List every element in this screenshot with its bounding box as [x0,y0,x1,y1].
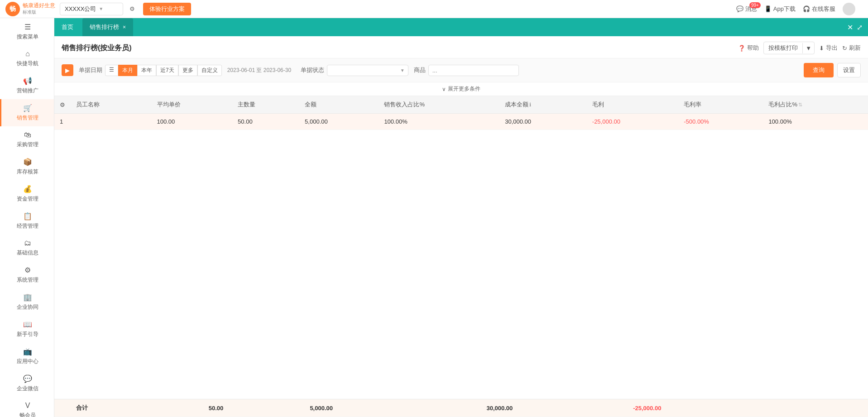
sidebar-item-inventory[interactable]: 📦 库存核算 [0,153,54,180]
cell-cost-amount: 30,000.00 [499,114,587,130]
expand-label: 展开更多条件 [448,85,480,93]
search-menu-icon: ☰ [24,23,31,31]
sidebar-item-marketing[interactable]: 📢 营销推广 [0,72,54,99]
date-tab-more[interactable]: 更多 [178,65,197,76]
guide-icon: 📖 [23,320,32,329]
profit-ratio-sort-icon[interactable]: ⇅ [798,102,802,107]
date-tab-current-month[interactable]: 本月 [118,65,137,76]
filter-expand-arrow[interactable]: ▶ [62,64,73,76]
date-tab-7days[interactable]: 近7天 [156,65,178,76]
export-label: 导出 [826,44,838,52]
sidebar-item-member[interactable]: V 畅会员 [0,397,54,417]
help-button[interactable]: ❓ 帮助 [738,44,759,52]
sidebar-item-system[interactable]: ⚙ 系统管理 [0,261,54,288]
sidebar-item-enterprise[interactable]: 🏢 企业协同 [0,288,54,316]
sidebar-item-guide[interactable]: 📖 新手引导 [0,316,54,343]
col-settings[interactable]: ⚙ [54,96,71,114]
sidebar-item-label: 销售管理 [17,114,38,122]
sidebar-item-sales[interactable]: 🛒 销售管理 [0,99,54,126]
trial-button[interactable]: 体验行业方案 [143,3,191,15]
tab-expand-icon[interactable]: ⤢ [857,23,863,32]
operations-icon: 📋 [23,212,32,220]
sales-icon: 🛒 [23,104,32,112]
date-tab-custom[interactable]: 自定义 [197,65,222,76]
print-button-group[interactable]: 按模板打印 ▼ [763,42,815,54]
sidebar-item-label: 畅会员 [19,412,36,417]
sidebar-item-label: 系统管理 [17,276,38,284]
goods-label: 商品 [414,66,426,74]
refresh-button[interactable]: ↻ 刷新 [842,44,861,52]
sidebar-item-app-center[interactable]: 📺 应用中心 [0,343,54,370]
table-footer: 合计 50.00 5,000.00 30,000.00 -25,000.00 [54,399,868,417]
online-service-button[interactable]: 🎧 在线客服 [803,5,835,13]
inventory-icon: 📦 [23,158,32,166]
cell-sales-ratio: 100.00% [379,114,499,130]
top-bar: 畅 畅康通好生意 标准版 XXXXX公司 ▼ ⚙ 体验行业方案 💬 消息 99+… [0,0,868,18]
member-icon: V [25,402,30,410]
print-arrow-icon[interactable]: ▼ [802,43,814,53]
header-actions: ❓ 帮助 按模板打印 ▼ ⬇ 导出 ↻ 刷新 [738,42,861,54]
date-tab-current-year[interactable]: 本年 [137,65,156,76]
settings-icon[interactable]: ⚙ [126,3,139,15]
cell-amount: 5,000.00 [299,114,379,130]
cost-info-icon[interactable]: ℹ [529,102,531,107]
cell-name [71,114,152,130]
message-badge: 99+ [749,2,761,8]
cell-avg-price: 100.00 [152,114,233,130]
question-icon: ❓ [738,45,745,52]
help-label: 帮助 [747,44,759,52]
export-button[interactable]: ⬇ 导出 [819,44,838,52]
goods-input[interactable] [428,65,519,76]
status-select[interactable] [327,65,408,76]
tab-close-button[interactable]: × [123,24,126,30]
footer-table: 合计 50.00 5,000.00 30,000.00 -25,000.00 [54,399,868,417]
tab-close-icon[interactable]: ✕ [847,23,853,32]
cell-profit-rate: -500.00% [678,114,763,130]
tab-sales-ranking[interactable]: 销售排行榜 × [82,18,133,36]
goods-filter: 商品 [414,65,519,76]
refresh-icon: ↻ [842,45,847,52]
sidebar-item-label: 企业协同 [17,303,38,311]
col-sales-ratio: 销售收入占比% [379,96,499,114]
expand-conditions-button[interactable]: ∨ 展开更多条件 [442,85,480,93]
filter-action-buttons: 查询 设置 [804,63,861,77]
chevron-down-icon: ▼ [99,6,103,11]
chevron-down-icon: ∨ [442,86,446,92]
sidebar-item-nav[interactable]: ⌂ 快捷导航 [0,45,54,72]
date-tab-prev-month[interactable]: ☰ [105,65,118,76]
sidebar-item-operations[interactable]: 📋 经营管理 [0,207,54,235]
print-label: 按模板打印 [764,42,802,54]
filter-area: ▶ 单据日期 ☰ 本月 本年 近7天 更多 自定义 [54,58,868,82]
date-range-text: 2023-06-01 至 2023-06-30 [227,67,295,74]
company-selector[interactable]: XXXXX公司 ▼ [60,3,123,15]
sidebar-item-label: 营销推广 [17,87,38,95]
col-main-qty: 主数量 [232,96,299,114]
col-profit-rate: 毛利率 [678,96,763,114]
filter-settings-button[interactable]: 设置 [837,63,861,77]
table-container: ⚙ 员工名称 平均单价 主数量 全额 销售收入占比% 成本全额ℹ 毛利 毛利率 … [54,96,868,399]
query-button[interactable]: 查询 [804,63,834,77]
col-cost-amount: 成本全额ℹ [499,96,587,114]
main-layout: ☰ 搜索菜单 ⌂ 快捷导航 📢 营销推广 🛒 销售管理 🛍 采购管理 📦 库存核… [0,18,868,417]
cell-rank: 1 [54,114,71,130]
footer-profit: -25,000.00 [628,399,782,417]
sidebar-item-finance[interactable]: 💰 资金管理 [0,180,54,207]
col-name: 员工名称 [71,96,152,114]
refresh-label: 刷新 [849,44,861,52]
sidebar-item-purchase[interactable]: 🛍 采购管理 [0,126,54,153]
sidebar-item-wechat[interactable]: 💬 企业微信 [0,370,54,397]
content-area: 首页 销售排行榜 × ✕ ⤢ 销售排行榜(按业务员) ❓ 帮助 [54,18,868,417]
app-download-button[interactable]: 📱 App下载 [764,5,796,13]
table-row: 1 100.00 50.00 5,000.00 100.00% 30,000.0… [54,114,868,130]
date-label: 单据日期 [79,66,102,74]
sidebar-item-basic-info[interactable]: 🗂 基础信息 [0,235,54,261]
avatar[interactable] [843,3,855,15]
wechat-icon: 💬 [23,374,32,383]
sidebar-item-search[interactable]: ☰ 搜索菜单 [0,18,54,45]
tab-home[interactable]: 首页 [54,18,81,36]
cell-main-qty: 50.00 [232,114,299,130]
message-button[interactable]: 💬 消息 99+ [736,5,757,13]
footer-avg-price [160,399,203,417]
home-icon: ⌂ [25,50,30,58]
tab-bar: 首页 销售排行榜 × ✕ ⤢ [54,18,868,36]
